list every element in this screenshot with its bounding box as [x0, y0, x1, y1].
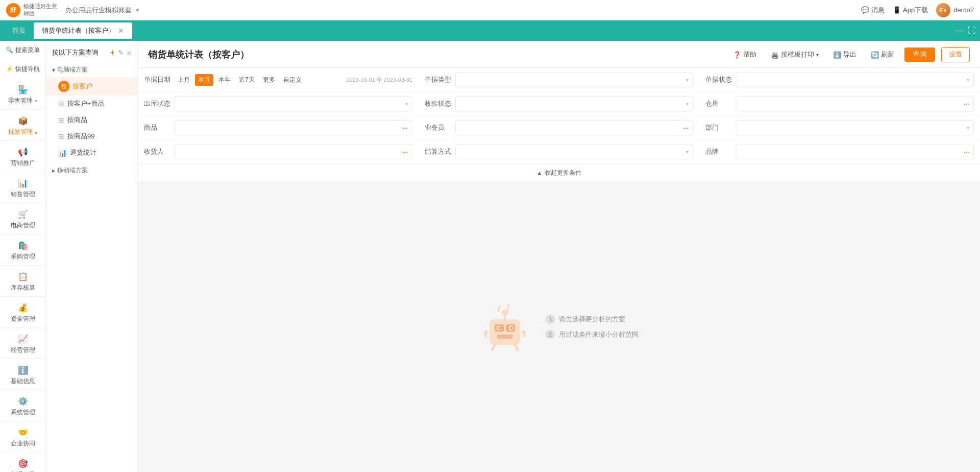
date-tab-lastmonth[interactable]: 上月	[175, 74, 193, 86]
collapse-up-icon: ▲	[536, 170, 543, 177]
filter-cell-dept: 部门 ▾	[699, 116, 980, 140]
system-icon: ⚙️	[2, 396, 43, 406]
empty-tips: 1 请先选择要分析的方案 2 用过滤条件来缩小分析范围	[546, 315, 639, 339]
sidebar-item-basic[interactable]: ℹ️ 基础信息	[0, 359, 45, 390]
scheme-add-btn[interactable]: +	[110, 48, 115, 57]
export-icon: ⬇️	[833, 51, 841, 59]
ecommerce-icon: 🛒	[2, 209, 43, 219]
sidebar-item-purchase[interactable]: 🛍️ 采购管理	[0, 234, 45, 266]
date-tab-custom[interactable]: 自定义	[280, 74, 305, 86]
shortcut-icon: ⚡	[6, 65, 13, 73]
svg-point-8	[502, 310, 508, 316]
date-tab-7days[interactable]: 近7天	[236, 74, 258, 86]
sidebar-item-marketing[interactable]: 📢 营销推广	[0, 141, 45, 172]
app-download-btn[interactable]: 📱 App下载	[893, 6, 928, 15]
sidebar-item-wholesale[interactable]: 📦 批发管理 ▴	[0, 110, 45, 141]
out-status-input[interactable]: ▾	[175, 96, 412, 111]
scheme-group-mobile-title[interactable]: ▸ 移动端方案	[46, 163, 137, 178]
refresh-btn[interactable]: 🔄 刷新	[867, 48, 898, 61]
collapse-row[interactable]: ▲ 收起更多条件	[138, 164, 980, 181]
tab-bar-actions: — ⛶	[955, 26, 976, 35]
scheme-edit-btn[interactable]: ✎	[118, 49, 124, 57]
logo-area: 好 畅捷通好生意 标版	[6, 3, 57, 17]
goods-input[interactable]: ···	[175, 120, 412, 135]
scheme-item-by-goods[interactable]: ⊞ 按商品	[46, 112, 137, 128]
filter-row-3: 商品 ··· 业务员 ··· 部门	[138, 116, 980, 140]
tab-home[interactable]: 首页	[4, 22, 34, 39]
top-header-right: 💬 消息 📱 App下载 Ea demo2	[861, 3, 974, 17]
scheme-collapse-btn[interactable]: «	[127, 49, 131, 57]
scheme-item-goods99[interactable]: ⊞ 按商品99	[46, 128, 137, 145]
sidebar-item-search[interactable]: 🔍 搜索菜单	[0, 41, 45, 60]
help-icon: ❓	[733, 51, 741, 59]
scheme-item-return-stats[interactable]: 📊 退货统计	[46, 145, 137, 161]
sidebar-item-finance[interactable]: 💰 资金管理	[0, 297, 45, 328]
staff-label: 业务员	[425, 123, 451, 132]
tab-bar: 首页 销货单统计表（按客户） ✕ — ⛶	[0, 20, 980, 41]
message-btn[interactable]: 💬 消息	[861, 6, 885, 15]
help-btn[interactable]: ❓ 帮助	[729, 48, 761, 61]
tab-minimize-btn[interactable]: —	[955, 26, 964, 35]
filter-cell-out-status: 出库状态 ▾	[138, 92, 419, 116]
wholesale-icon: 📦	[2, 116, 43, 126]
receiver-input[interactable]: ···	[175, 144, 412, 159]
filter-cell-warehouse: 仓库 ···	[699, 92, 980, 116]
svg-rect-0	[489, 319, 520, 345]
tab-maximize-btn[interactable]: ⛶	[968, 26, 976, 35]
warehouse-label: 仓库	[705, 99, 732, 108]
sidebar-item-operation[interactable]: 📈 经营管理	[0, 328, 45, 359]
app-download-icon: 📱	[893, 6, 901, 14]
sidebar-item-retail[interactable]: 🏪 零售管理 ▾	[0, 79, 45, 110]
date-tab-more[interactable]: 更多	[260, 74, 278, 86]
brand-input[interactable]: ···	[736, 144, 974, 159]
template-print-btn[interactable]: 🖨️ 按模板打印 ▾	[767, 48, 823, 61]
warehouse-input[interactable]: ···	[736, 96, 974, 111]
avatar: Ea	[936, 3, 950, 17]
out-status-label: 出库状态	[144, 99, 170, 108]
sidebar-item-inventory[interactable]: 📋 库存核算	[0, 266, 45, 297]
svg-point-6	[498, 327, 500, 329]
scheme-dot: 按	[58, 81, 69, 92]
top-header: 好 畅捷通好生意 标版 办公用品行业模拟账套 ▾ 💬 消息 📱 App下载 Ea…	[0, 0, 980, 20]
sub-sidebar-header: 按以下方案查询 + ✎ «	[46, 45, 137, 60]
svg-point-7	[510, 327, 512, 329]
date-tab-thisyear[interactable]: 本年	[215, 74, 234, 86]
page-title: 销货单统计表（按客户）	[148, 49, 249, 61]
settings-btn[interactable]: 设置	[941, 47, 970, 62]
sidebar-item-sales[interactable]: 📊 销售管理	[0, 172, 45, 203]
dept-label: 部门	[705, 123, 732, 132]
sidebar-item-ecommerce[interactable]: 🛒 电商管理	[0, 203, 45, 234]
tab-sales-stats[interactable]: 销货单统计表（按客户） ✕	[34, 22, 132, 39]
receive-status-input[interactable]: ▾	[455, 96, 693, 111]
scheme-item-customer-goods[interactable]: ⊞ 按客户+商品	[46, 96, 137, 112]
collab-icon: 🤝	[2, 428, 43, 437]
voucher-status-input[interactable]: ▾	[736, 72, 974, 87]
inventory-icon: 📋	[2, 272, 43, 281]
basic-icon: ℹ️	[2, 365, 43, 375]
filter-row-1: 单据日期 上月 本月 本年 近7天 更多 自定义 2023-03-01 至 20…	[138, 68, 980, 92]
voucher-type-input[interactable]: ▾	[455, 72, 693, 87]
sidebar-item-system[interactable]: ⚙️ 系统管理	[0, 390, 45, 421]
breadcrumb-text: 办公用品行业模拟账套	[65, 6, 132, 15]
tab-close-icon[interactable]: ✕	[118, 27, 124, 34]
scheme-item-by-customer[interactable]: 按 按客户	[46, 77, 137, 96]
sidebar-item-guide[interactable]: 🎯 新手引导	[0, 453, 45, 472]
settlement-input[interactable]: ▾	[455, 144, 693, 159]
query-btn[interactable]: 查询	[904, 48, 935, 62]
export-btn[interactable]: ⬇️ 导出	[829, 48, 861, 61]
date-label: 单据日期	[144, 75, 170, 84]
user-profile-btn[interactable]: Ea demo2	[936, 3, 974, 17]
staff-input[interactable]: ···	[455, 120, 693, 135]
scheme-group-desktop-title[interactable]: ▾ 电脑端方案	[46, 62, 137, 77]
voucher-status-label: 单据状态	[705, 75, 732, 84]
sidebar-item-shortcut[interactable]: ⚡ 快捷导航	[0, 60, 45, 79]
date-tab-thismonth[interactable]: 本月	[195, 74, 213, 86]
filter-cell-goods: 商品 ···	[138, 116, 419, 140]
breadcrumb-dropdown[interactable]: ▾	[136, 6, 139, 14]
group-expand-icon2: ▸	[52, 167, 55, 174]
filter-cell-date: 单据日期 上月 本月 本年 近7天 更多 自定义 2023-03-01 至 20…	[138, 68, 419, 92]
sidebar-item-collab[interactable]: 🤝 企业协同	[0, 421, 45, 453]
page-header: 销货单统计表（按客户） ❓ 帮助 🖨️ 按模板打印 ▾ ⬇️ 导出	[138, 41, 980, 68]
dept-input[interactable]: ▾	[736, 120, 974, 135]
sub-sidebar-header-actions: + ✎ «	[110, 48, 131, 57]
